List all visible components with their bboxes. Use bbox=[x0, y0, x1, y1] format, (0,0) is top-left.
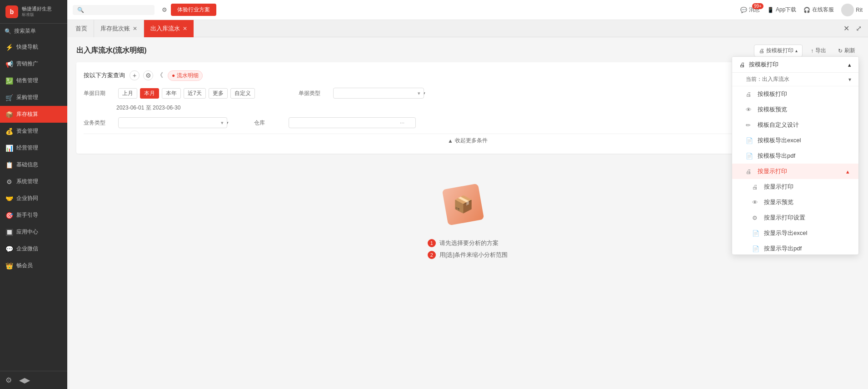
sidebar-bottom: ⚙ ◀▶ bbox=[0, 371, 67, 389]
sidebar-item-enterprise[interactable]: 🤝 企业协同 bbox=[0, 190, 67, 207]
template-custom-label: 模板自定义设计 bbox=[758, 121, 799, 129]
warehouse-field[interactable]: ··· bbox=[289, 117, 416, 128]
shortcut-icon: ⚡ bbox=[5, 44, 13, 51]
sidebar-item-label: 快捷导航 bbox=[16, 43, 38, 51]
filter-add-btn[interactable]: + bbox=[130, 70, 140, 80]
tab-batch[interactable]: 库存批次账 ✕ bbox=[94, 20, 144, 37]
print-template-label: 按模板打印 bbox=[766, 47, 793, 55]
date-last7-btn[interactable]: 近7天 bbox=[184, 88, 206, 99]
empty-box-icon bbox=[442, 184, 484, 226]
date-prev-month-btn[interactable]: 上月 bbox=[118, 88, 137, 99]
member-icon: 👑 bbox=[5, 262, 13, 269]
dropdown-template-pdf[interactable]: 📄 按模板导出pdf bbox=[732, 148, 858, 164]
close-all-btn[interactable]: ✕ bbox=[842, 22, 851, 35]
filter-settings-btn[interactable]: ⚙ bbox=[143, 70, 153, 80]
sidebar-item-purchase[interactable]: 🛒 采购管理 bbox=[0, 89, 67, 106]
topbar: 🔍 ⚙ 体验行业方案 💬 消息 99+ 📱 App下载 🎧 在线客服 bbox=[67, 0, 868, 20]
filter-tag[interactable]: ● 流水明细 bbox=[168, 70, 203, 81]
messages-btn[interactable]: 💬 消息 99+ bbox=[740, 6, 760, 14]
username: Rit bbox=[856, 7, 863, 13]
dropdown-template-excel[interactable]: 📄 按模板导出excel bbox=[732, 133, 858, 148]
date-custom-btn[interactable]: 自定义 bbox=[230, 88, 255, 99]
template-pdf-label: 按模板导出pdf bbox=[758, 152, 795, 160]
sidebar-item-shortcut[interactable]: ⚡ 快捷导航 bbox=[0, 39, 67, 55]
expand-btn[interactable]: ⤢ bbox=[854, 22, 863, 35]
collapse-sidebar-icon[interactable]: ◀▶ bbox=[19, 376, 30, 384]
dropdown-template-print[interactable]: 🖨 按模板打印 bbox=[732, 86, 858, 102]
warehouse-label: 仓库 bbox=[254, 119, 281, 127]
step2-text: 用[选]条件来缩小分析范围 bbox=[439, 251, 508, 259]
dropdown-display-settings[interactable]: ⚙ 按显示打印设置 bbox=[732, 210, 858, 225]
app-download-btn[interactable]: 📱 App下载 bbox=[767, 6, 796, 14]
sidebar-item-finance[interactable]: 💰 资金管理 bbox=[0, 123, 67, 140]
sidebar-item-wechat[interactable]: 💬 企业微信 bbox=[0, 240, 67, 257]
sidebar-item-inventory[interactable]: 📦 库存核算 bbox=[0, 106, 67, 123]
step2-num: 2 bbox=[428, 251, 436, 259]
dropdown-display-excel[interactable]: 📄 按显示导出excel bbox=[732, 225, 858, 241]
export-label: 导出 bbox=[815, 47, 826, 55]
date-more-btn[interactable]: 更多 bbox=[209, 88, 228, 99]
display-settings-label: 按显示打印设置 bbox=[764, 214, 805, 222]
tab-flow[interactable]: 出入库流水 ✕ bbox=[144, 20, 194, 37]
sidebar-item-label: 企业协同 bbox=[16, 194, 38, 202]
printer-header-icon: 🖨 bbox=[739, 61, 745, 68]
display-pdf-label: 按显示导出pdf bbox=[764, 244, 802, 253]
sidebar-item-label: 企业微信 bbox=[16, 245, 38, 253]
message-icon: 💬 bbox=[740, 7, 747, 13]
step1-num: 1 bbox=[428, 239, 436, 247]
display-excel-label: 按显示导出excel bbox=[764, 229, 807, 237]
date-current-month-btn[interactable]: 本月 bbox=[140, 88, 159, 99]
export-icon: ↑ bbox=[811, 48, 813, 54]
sidebar-item-sales[interactable]: 💹 销售管理 bbox=[0, 72, 67, 89]
pdf-item-icon: 📄 bbox=[746, 153, 753, 160]
refresh-btn[interactable]: ↻ 刷新 bbox=[834, 45, 859, 56]
sales-icon: 💹 bbox=[5, 77, 13, 85]
dropdown-header[interactable]: 🖨 按模板打印 ▴ bbox=[732, 57, 858, 73]
industry-btn[interactable]: 体验行业方案 bbox=[171, 4, 216, 16]
printer-display-icon: 🖨 bbox=[746, 168, 753, 175]
dropdown-display-print[interactable]: 🖨 按显示打印 bbox=[732, 179, 858, 194]
page-actions: 🖨 按模板打印 ▴ ↑ 导出 ↻ 刷新 bbox=[754, 45, 859, 57]
settings-icon[interactable]: ⚙ bbox=[162, 6, 167, 13]
date-current-year-btn[interactable]: 本年 bbox=[162, 88, 181, 99]
type-select[interactable] bbox=[333, 88, 424, 99]
sidebar-item-guide[interactable]: 🎯 新手引导 bbox=[0, 207, 67, 224]
sidebar-search[interactable]: 🔍 搜索菜单 bbox=[0, 24, 67, 39]
sidebar-item-member[interactable]: 👑 畅会员 bbox=[0, 257, 67, 274]
warehouse-more-icon: ··· bbox=[400, 120, 404, 126]
avatar bbox=[841, 4, 854, 16]
business-select-wrapper bbox=[118, 117, 227, 128]
sidebar-item-basic[interactable]: 📋 基础信息 bbox=[0, 156, 67, 173]
dropdown-display-preview[interactable]: 👁 按显示预览 bbox=[732, 194, 858, 210]
business-select[interactable] bbox=[118, 117, 227, 128]
user-profile-btn[interactable]: Rit bbox=[841, 4, 863, 16]
export-btn[interactable]: ↑ 导出 bbox=[807, 45, 830, 56]
dropdown-current-item: 当前：出入库流水 ▾ bbox=[732, 73, 858, 86]
dropdown-display-pdf[interactable]: 📄 按显示导出pdf bbox=[732, 241, 858, 254]
sidebar-item-appcenter[interactable]: 🔲 应用中心 bbox=[0, 224, 67, 240]
page-title: 出入库流水(流水明细) bbox=[76, 46, 147, 55]
online-service-btn[interactable]: 🎧 在线客服 bbox=[803, 6, 834, 14]
sidebar-item-system[interactable]: ⚙ 系统管理 bbox=[0, 173, 67, 190]
marketing-icon: 📢 bbox=[5, 60, 13, 68]
sidebar-item-marketing[interactable]: 📢 营销推广 bbox=[0, 55, 67, 72]
printer-item-icon: 🖨 bbox=[746, 91, 753, 98]
print-template-btn[interactable]: 🖨 按模板打印 ▴ bbox=[754, 45, 803, 57]
dropdown-template-custom[interactable]: ✏ 模板自定义设计 bbox=[732, 117, 858, 133]
app-logo: b 畅捷通好生意 标准版 bbox=[0, 0, 67, 24]
filter-actions-row: + ⚙ 《 bbox=[130, 70, 163, 80]
topbar-search[interactable]: 🔍 bbox=[73, 5, 155, 15]
printer-sub-icon: 🖨 bbox=[752, 184, 759, 190]
tab-home[interactable]: 首页 bbox=[67, 20, 94, 37]
printer-icon: 🖨 bbox=[759, 48, 764, 54]
filter-tag-icon: ● bbox=[172, 72, 175, 79]
tab-batch-close[interactable]: ✕ bbox=[133, 25, 137, 32]
sidebar-item-operations[interactable]: 📊 经营管理 bbox=[0, 140, 67, 156]
page-content: 出入库流水(流水明细) 🖨 按模板打印 ▴ ↑ 导出 ↻ 刷新 bbox=[67, 37, 868, 389]
dropdown-display-section[interactable]: 🖨 按显示打印 ▴ bbox=[732, 164, 858, 179]
settings-bottom-icon[interactable]: ⚙ bbox=[5, 376, 12, 384]
dropdown-template-preview[interactable]: 👁 按模板预览 bbox=[732, 102, 858, 117]
basic-icon: 📋 bbox=[5, 161, 13, 169]
tab-flow-close[interactable]: ✕ bbox=[183, 25, 187, 32]
filter-collapse-btn[interactable]: 《 bbox=[157, 71, 163, 80]
